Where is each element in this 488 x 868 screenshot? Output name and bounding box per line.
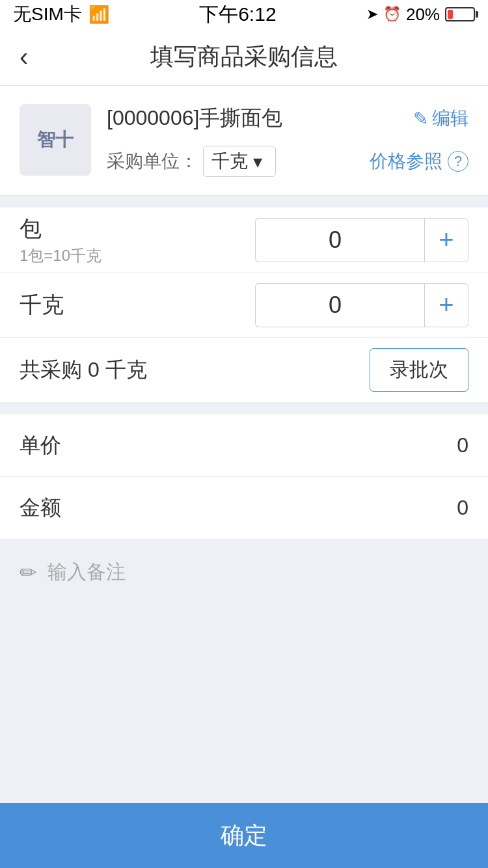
product-image: 智十 [20, 104, 91, 176]
status-left: 无SIM卡 📶 [13, 2, 109, 27]
package-label-group: 包 1包=10千克 [20, 214, 111, 266]
unit-label: 采购单位： [107, 149, 198, 174]
kg-input-row: 千克 + [0, 273, 488, 338]
input-section: 包 1包=10千克 + 千克 + 共采购 0 千克 录批次 [0, 208, 488, 403]
batch-button[interactable]: 录批次 [370, 348, 468, 392]
status-bar: 无SIM卡 📶 下午6:12 ➤ ⏰ 20% [0, 0, 488, 29]
battery-percent: 20% [406, 5, 440, 25]
product-logo-text: 智十 [37, 128, 74, 152]
wifi-icon: 📶 [88, 5, 109, 25]
kg-label-group: 千克 [20, 290, 111, 320]
package-qty-input[interactable] [255, 218, 424, 262]
amount-label: 金额 [20, 494, 61, 522]
note-placeholder: 输入备注 [47, 559, 126, 586]
total-text: 共采购 0 千克 [20, 356, 147, 385]
location-icon: ➤ [366, 6, 378, 23]
unit-price-label: 单价 [20, 431, 61, 460]
price-ref-label: 价格参照 [370, 149, 442, 174]
product-name: [0000006]手撕面包 [107, 104, 282, 133]
info-section: 单价 0 金额 0 [0, 414, 488, 539]
unit-value: 千克 [211, 149, 248, 174]
product-unit-row: 采购单位： 千克 ▾ 价格参照 ? [107, 146, 468, 177]
kg-plus-button[interactable]: + [424, 283, 468, 327]
product-card: 智十 [0000006]手撕面包 ✎ 编辑 采购单位： 千克 ▾ 价格参照 ? [0, 86, 488, 196]
confirm-bar[interactable]: 确定 [0, 803, 488, 868]
unit-select[interactable]: 千克 ▾ [203, 146, 276, 177]
nav-bar: ‹ 填写商品采购信息 [0, 29, 488, 86]
page-title: 填写商品采购信息 [150, 41, 338, 73]
edit-label: 编辑 [432, 106, 468, 131]
kg-label: 千克 [20, 290, 111, 320]
section-separator-1 [0, 196, 488, 208]
carrier-label: 无SIM卡 [13, 2, 82, 27]
total-row: 共采购 0 千克 录批次 [0, 338, 488, 403]
note-section[interactable]: ✏ 输入备注 [0, 539, 488, 670]
edit-button[interactable]: ✎ 编辑 [413, 106, 468, 131]
amount-row: 金额 0 [0, 477, 488, 539]
product-header: [0000006]手撕面包 ✎ 编辑 [107, 104, 468, 133]
product-info: [0000006]手撕面包 ✎ 编辑 采购单位： 千克 ▾ 价格参照 ? [107, 104, 468, 177]
dropdown-icon: ▾ [253, 151, 262, 172]
package-input-right: + [111, 218, 468, 262]
confirm-button-label: 确定 [221, 820, 267, 852]
status-right: ➤ ⏰ 20% [366, 5, 475, 25]
battery-icon [445, 7, 475, 21]
amount-value: 0 [457, 496, 468, 520]
package-sub-label: 1包=10千克 [20, 245, 111, 266]
unit-price-row: 单价 0 [0, 414, 488, 477]
section-separator-2 [0, 403, 488, 414]
price-ref-button[interactable]: 价格参照 ? [370, 149, 468, 174]
package-label: 包 [20, 214, 111, 244]
time-label: 下午6:12 [199, 1, 276, 28]
package-plus-button[interactable]: + [424, 218, 468, 262]
kg-input-right: + [111, 283, 468, 327]
edit-icon: ✎ [413, 108, 428, 129]
back-button[interactable]: ‹ [20, 42, 28, 72]
clock-icon: ⏰ [383, 6, 401, 23]
package-input-row: 包 1包=10千克 + [0, 208, 488, 273]
price-ref-help-icon: ? [448, 151, 468, 172]
kg-qty-input[interactable] [255, 283, 424, 327]
unit-price-value: 0 [457, 433, 468, 457]
note-icon: ✏ [20, 560, 37, 585]
